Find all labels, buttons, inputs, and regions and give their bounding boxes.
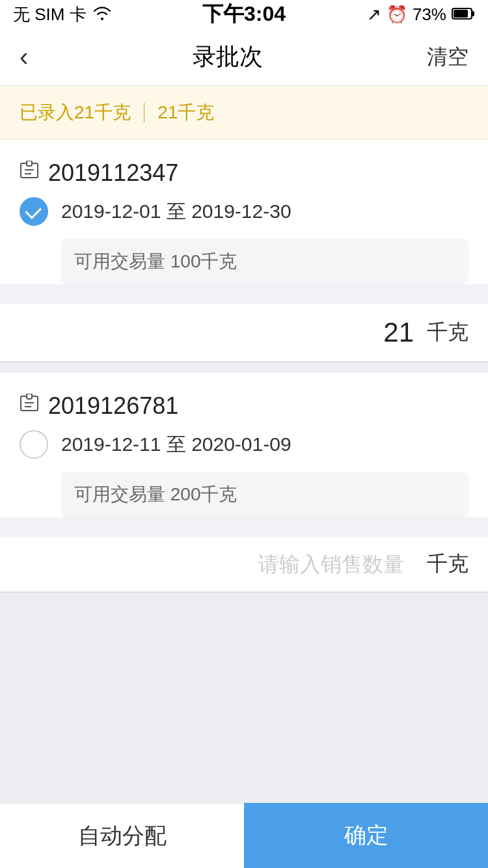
svg-rect-8 [27, 394, 32, 399]
batch1-date: 2019-12-01 至 2019-12-30 [61, 198, 291, 225]
svg-rect-4 [27, 161, 32, 166]
batch1-quantity-unit: 千克 [427, 318, 468, 347]
svg-rect-1 [472, 11, 474, 16]
battery-icon [452, 5, 475, 25]
batch1-id: 2019112347 [48, 159, 178, 187]
auto-distribute-button[interactable]: 自动分配 [0, 803, 244, 868]
batch2-input-row[interactable]: 千克 [0, 537, 488, 593]
batch2-header: 2019126781 [20, 392, 468, 420]
status-left: 无 SIM 卡 [13, 3, 111, 26]
battery-text: 73% [413, 5, 446, 25]
nav-bar: ‹ 录批次 清空 [0, 29, 488, 86]
batch1-available: 可用交易量 100千克 [61, 239, 468, 284]
alarm-icon: ⏰ [386, 5, 407, 25]
batch-card-2: 2019126781 2019-12-11 至 2020-01-09 可用交易量… [0, 373, 488, 517]
batch2-icon [20, 394, 42, 418]
info-banner: 已录入21千克 21千克 [0, 86, 488, 140]
batch1-radio[interactable] [20, 197, 48, 226]
batch1-header: 2019112347 [20, 159, 468, 187]
batch1-icon [20, 161, 42, 185]
recorded-label: 已录入21千克 [20, 100, 131, 125]
batch-card-1: 2019112347 2019-12-01 至 2019-12-30 可用交易量… [0, 140, 488, 284]
batch2-date-row[interactable]: 2019-12-11 至 2020-01-09 [20, 430, 468, 459]
status-time: 下午3:04 [202, 0, 286, 29]
batch1-date-row[interactable]: 2019-12-01 至 2019-12-30 [20, 197, 468, 226]
batch2-unit-label: 千克 [427, 550, 468, 578]
batch1-quantity-row: 21 千克 [0, 304, 488, 362]
svg-rect-2 [454, 10, 468, 18]
wifi-icon [93, 5, 111, 25]
clear-button[interactable]: 清空 [427, 43, 468, 72]
batch2-id: 2019126781 [48, 392, 178, 420]
back-button[interactable]: ‹ [20, 42, 28, 72]
location-icon: ↗ [367, 5, 381, 25]
batch2-available: 可用交易量 200千克 [61, 472, 468, 517]
confirm-button[interactable]: 确定 [244, 803, 488, 868]
status-bar: 无 SIM 卡 下午3:04 ↗ ⏰ 73% [0, 0, 488, 29]
page-title: 录批次 [193, 41, 263, 73]
bottom-bar: 自动分配 确定 [0, 803, 488, 868]
batch2-date: 2019-12-11 至 2020-01-09 [61, 431, 291, 458]
status-right: ↗ ⏰ 73% [367, 5, 475, 25]
banner-divider [144, 103, 144, 122]
quantity-input[interactable] [219, 552, 414, 576]
carrier-text: 无 SIM 卡 [13, 3, 87, 26]
total-label: 21千克 [157, 100, 214, 125]
batch1-quantity-value: 21 [383, 317, 414, 348]
section-divider [0, 362, 488, 373]
batch2-radio[interactable] [20, 430, 48, 459]
